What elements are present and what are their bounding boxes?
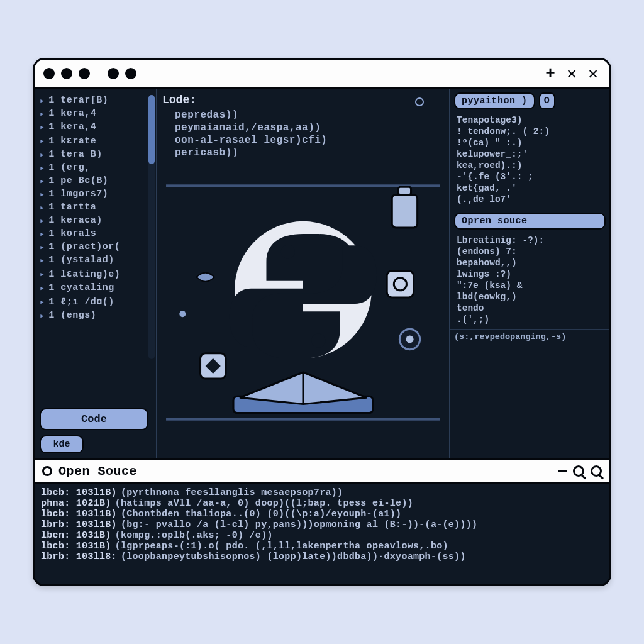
minimize-icon[interactable]: —	[558, 464, 567, 479]
panel-line: lbd(eowkg,)	[457, 291, 604, 303]
file-item[interactable]: ▸1 kera,4	[40, 107, 152, 120]
panel-line: ":7e (ksa) &	[457, 280, 604, 291]
file-label: 1 ℓ;ı /dɑ()	[48, 296, 114, 308]
file-label: 1 keraca)	[48, 215, 103, 226]
app-window: + ✕ ✕ ▸1 terar[B) ▸1 kera,4 ▸1 kera,4 ▸1…	[33, 58, 611, 586]
traffic-dot-icon[interactable]	[108, 68, 119, 79]
terminal-line: lbcb: 1031B)(lgprpeaps-(:1).o( pdo. (,l,…	[41, 541, 603, 552]
file-item[interactable]: ▸1 lɛating)e)	[40, 267, 152, 281]
file-item[interactable]: ▸1 ℓ;ı /dɑ()	[40, 294, 152, 309]
chevron-right-icon: ▸	[40, 255, 45, 265]
traffic-dot-icon[interactable]	[125, 68, 136, 79]
kde-button[interactable]: kde	[40, 435, 84, 453]
file-item[interactable]: ▸1 (ystalad)	[40, 253, 152, 267]
panel-line: tendo	[457, 303, 604, 314]
panel-line: kea,roed).:)	[457, 160, 604, 171]
file-item[interactable]: ▸1 cyataling	[40, 281, 152, 294]
chevron-right-icon: ▸	[40, 311, 45, 321]
svg-point-4	[311, 333, 325, 347]
file-label: 1 kera,4	[48, 121, 96, 132]
file-item[interactable]: ▸1 korals	[40, 227, 152, 240]
panel-line: Lbreatinig: -?):	[457, 235, 604, 246]
file-item[interactable]: ▸1 keraca)	[40, 214, 152, 227]
opensource-label: Open Souce	[58, 464, 137, 479]
file-label: 1 tera B)	[48, 149, 103, 160]
traffic-dot-icon[interactable]	[43, 68, 55, 79]
terminal-text: (pyrthnona feesllanglis mesaepsop7ra))	[121, 487, 343, 498]
svg-point-11	[406, 335, 413, 343]
chevron-right-icon: ▸	[40, 109, 45, 119]
panel-line: ! tendonw;. ( 2:)	[457, 126, 604, 137]
chevron-right-icon: ▸	[40, 297, 45, 307]
terminal-panel[interactable]: lbcb: 103l1B)(pyrthnona feesllanglis mes…	[35, 484, 609, 584]
file-item[interactable]: ▸1 tera B)	[40, 148, 152, 161]
file-item[interactable]: ▸1 tartta	[40, 201, 152, 214]
file-item[interactable]: ▸1 (erg,	[40, 161, 152, 174]
file-item[interactable]: ▸1 (pract)or(	[40, 240, 152, 253]
traffic-dot-icon[interactable]	[79, 68, 90, 79]
svg-rect-7	[398, 187, 411, 194]
file-item[interactable]: ▸1 (engs)	[40, 309, 152, 322]
terminal-text: (Chontbden thaliopa..(0) (0)((\p:a)/eyou…	[121, 509, 401, 519]
search-icon[interactable]	[573, 465, 584, 477]
indicator-dot-icon	[415, 97, 424, 106]
panel-line: (endons) 7:	[457, 246, 604, 257]
code-line: peymaianaid,/easpa,aa))	[162, 121, 444, 134]
main-area: ▸1 terar[B) ▸1 kera,4 ▸1 kera,4 ▸1 kɛrat…	[35, 89, 609, 458]
terminal-line: lbrb: 103ll8:(loopbanpeytubshisopnos) (l…	[41, 552, 603, 562]
chevron-right-icon: ▸	[40, 150, 45, 160]
file-item[interactable]: ▸1 kɛrate	[40, 133, 152, 148]
terminal-prefix: lbcn: 1031B)	[41, 530, 111, 541]
file-item[interactable]: ▸1 kera,4	[40, 120, 152, 133]
file-item[interactable]: ▸1 pe Bc(B)	[40, 174, 152, 187]
terminal-prefix: phna: 1021B)	[41, 498, 111, 509]
titlebar-left	[43, 68, 136, 79]
file-label: 1 terar[B)	[48, 95, 108, 106]
python-panel-body: Tenapotage3) ! tendonw;. ( 2:) !º(ca) " …	[450, 113, 609, 209]
panel-line: -'{.fe (3'.: ;	[457, 171, 604, 182]
panel-line: bepahowd,,)	[457, 257, 604, 269]
code-editor[interactable]: Lode: pepredas)) peymaianaid,/easpa,aa))…	[157, 89, 449, 458]
close-button[interactable]: ✕	[586, 64, 601, 84]
file-item[interactable]: ▸1 lmgors7)	[40, 187, 152, 201]
python-pill[interactable]: pyyaithon )	[454, 92, 535, 109]
terminal-text: (kompg.:oplb(.aks; -0) /e))	[115, 530, 273, 541]
file-label: 1 (erg,	[48, 162, 91, 173]
panel-line: kelupower_:;'	[457, 148, 604, 160]
terminal-prefix: lbcb: 1031B)	[41, 541, 111, 552]
svg-point-12	[179, 311, 186, 317]
terminal-prefix: lbcb: 103l1B)	[41, 509, 117, 519]
scrollbar-thumb[interactable]	[148, 95, 155, 164]
file-label: 1 kera,4	[48, 108, 96, 119]
titlebar-right: + ✕ ✕	[543, 64, 601, 84]
file-list: ▸1 terar[B) ▸1 kera,4 ▸1 kera,4 ▸1 kɛrat…	[40, 94, 152, 404]
chevron-right-icon: ▸	[40, 283, 45, 293]
panel-line: !º(ca) " :.)	[457, 137, 604, 148]
close-button[interactable]: ✕	[564, 64, 579, 84]
file-label: 1 pe Bc(B)	[48, 175, 108, 186]
terminal-line: phna: 1021B)(hatimps aVll /aa-a, 0) doop…	[41, 498, 603, 509]
new-tab-button[interactable]: +	[543, 64, 558, 83]
sidebar-scrollbar[interactable]	[148, 95, 155, 359]
terminal-line: lbcn: 1031B)(kompg.:oplb(.aks; -0) /e))	[41, 530, 603, 541]
chevron-right-icon: ▸	[40, 242, 45, 252]
terminal-text: (hatimps aVll /aa-a, 0) doop)((l;bap. tp…	[115, 498, 413, 509]
chevron-right-icon: ▸	[40, 269, 45, 279]
svg-rect-6	[392, 194, 417, 227]
opensource-pill[interactable]: Opren souce	[454, 213, 606, 230]
sidebar-buttons: Code kde	[40, 404, 152, 453]
opensource-panel-body: Lbreatinig: -?): (endons) 7: bepahowd,,)…	[450, 233, 609, 329]
panel-line: lwings :?)	[457, 269, 604, 280]
python-panel-header: pyyaithon ) O	[450, 89, 609, 113]
terminal-prefix: lbrb: 103ll8:	[41, 552, 117, 562]
right-footer: (s:,revpedopanging,-s)	[450, 329, 609, 344]
terminal-line: lbcb: 103l1B)(Chontbden thaliopa..(0) (0…	[41, 509, 603, 519]
file-label: 1 tartta	[48, 202, 96, 213]
code-button[interactable]: Code	[40, 408, 148, 430]
search-icon[interactable]	[591, 465, 602, 477]
panel-badge[interactable]: O	[539, 92, 555, 109]
file-item[interactable]: ▸1 terar[B)	[40, 94, 152, 107]
svg-rect-1	[166, 418, 440, 421]
terminal-text: (bg:- pvallo /a (l-cl) py,pans)))opmonin…	[121, 519, 477, 530]
traffic-dot-icon[interactable]	[61, 68, 72, 79]
